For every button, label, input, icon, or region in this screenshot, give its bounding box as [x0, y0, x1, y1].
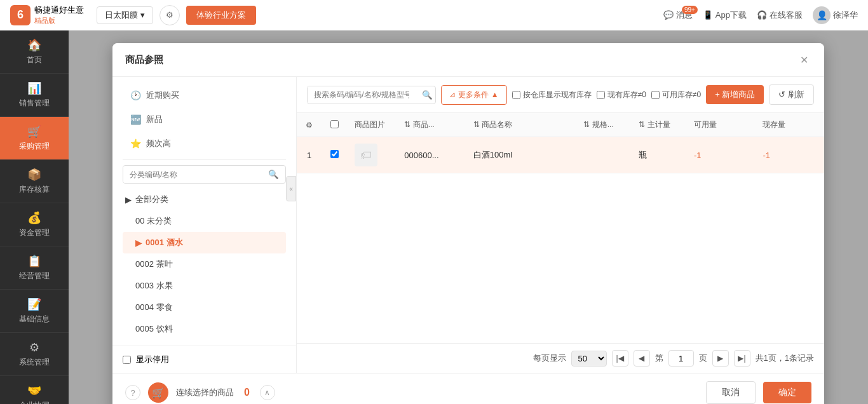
category-uncategorized[interactable]: 00 未分类: [123, 210, 286, 232]
show-disabled-checkbox[interactable]: [123, 356, 131, 364]
product-image: 🏷: [355, 144, 377, 166]
prev-page-button[interactable]: ◀: [634, 350, 650, 367]
warehouse-stock-checkbox[interactable]: [512, 91, 520, 99]
table-row[interactable]: 1 🏷 000600... 白酒100ml 瓶: [297, 137, 824, 173]
sidebar-item-basic-info[interactable]: 📝 基础信息: [0, 290, 69, 333]
new-product-tab[interactable]: 🆕 新品: [123, 109, 286, 130]
business-icon: 📋: [27, 254, 41, 268]
col-stock-header: 现存量: [755, 113, 824, 137]
toolbar: 🔍 ⊿ 更多条件 ▲ 按仓库显示现有库存: [297, 77, 824, 113]
col-checkbox[interactable]: [322, 113, 347, 137]
category-search-input[interactable]: [123, 166, 262, 183]
col-code-header[interactable]: ⇅ 商品...: [397, 113, 465, 137]
star-icon: ⭐: [130, 138, 141, 149]
warehouse-stock-filter[interactable]: 按仓库显示现有库存: [512, 90, 592, 100]
left-panel: 🕐 近期购买 🆕 新品 ⭐ 频次高: [112, 77, 297, 373]
frequent-tab[interactable]: ⭐ 频次高: [123, 133, 286, 154]
next-page-button[interactable]: ▶: [712, 350, 729, 367]
collapse-panel-button[interactable]: «: [286, 176, 296, 201]
col-avail-header: 可用量: [686, 113, 755, 137]
col-spec-header[interactable]: ⇅ 规格...: [576, 113, 631, 137]
category-liquor[interactable]: ▶ 0001 酒水: [123, 232, 286, 253]
existing-stock-filter[interactable]: 现有库存≠0: [597, 90, 646, 100]
dialog-header: 商品参照 ✕: [112, 43, 824, 77]
store-dropdown[interactable]: 日太阳膜 ▾: [97, 6, 153, 24]
sort-icon: ⇅: [404, 120, 410, 129]
message-badge: 99+: [682, 6, 698, 14]
category-water[interactable]: 0008 水: [123, 340, 286, 346]
divider: [123, 159, 286, 160]
last-page-button[interactable]: ▶|: [734, 350, 750, 367]
dialog-body: 🕐 近期购买 🆕 新品 ⭐ 频次高: [112, 77, 824, 373]
settings-icon[interactable]: ⚙: [159, 5, 180, 25]
available-stock-filter[interactable]: 可用库存≠0: [651, 90, 701, 100]
sidebar-item-system[interactable]: ⚙ 系统管理: [0, 333, 69, 376]
cart-button[interactable]: 🛒: [148, 382, 168, 403]
app-download-button[interactable]: 📱 App下载: [703, 10, 747, 21]
right-panel: 🔍 ⊿ 更多条件 ▲ 按仓库显示现有库存: [297, 77, 824, 373]
logo-icon: 6: [10, 5, 31, 25]
sidebar-item-sales[interactable]: 📊 销售管理: [0, 74, 69, 117]
category-list: ▶ 全部分类 00 未分类 ▶ 0001 酒水 0002 茶: [112, 189, 296, 346]
category-snack[interactable]: 0004 零食: [123, 297, 286, 318]
row-name-cell: 白酒100ml: [466, 137, 576, 173]
category-search-button[interactable]: 🔍: [262, 166, 285, 183]
sidebar-item-business[interactable]: 📋 经营管理: [0, 246, 69, 290]
sidebar-item-purchase[interactable]: 🛒 采购管理: [0, 117, 69, 160]
sidebar-item-home[interactable]: 🏠 首页: [0, 30, 69, 74]
more-filter-button[interactable]: ⊿ 更多条件 ▲: [441, 85, 507, 105]
category-search: 🔍: [123, 165, 286, 184]
confirm-button[interactable]: 确定: [763, 382, 811, 403]
inventory-icon: 📦: [27, 168, 41, 182]
row-code-cell: 000600...: [397, 137, 465, 173]
dialog-overlay: 商品参照 ✕ 🕐 近期购买 🆕: [69, 30, 868, 404]
online-service-button[interactable]: 🎧 在线客服: [757, 10, 803, 21]
quick-tabs: 🕐 近期购买 🆕 新品 ⭐ 频次高: [112, 77, 296, 154]
cancel-button[interactable]: 取消: [706, 381, 756, 404]
row-avail-cell: -1: [686, 137, 755, 173]
category-fruit[interactable]: 0003 水果: [123, 275, 286, 297]
select-all-checkbox[interactable]: [330, 120, 339, 128]
available-stock-checkbox[interactable]: [651, 91, 660, 99]
category-all[interactable]: ▶ 全部分类: [123, 189, 286, 210]
info-icon: 📝: [27, 297, 41, 311]
col-name-header[interactable]: ⇅ 商品名称: [466, 113, 576, 137]
col-unit-header[interactable]: ⇅ 主计量: [631, 113, 686, 137]
avatar: 👤: [813, 6, 831, 24]
first-page-button[interactable]: |◀: [612, 350, 628, 367]
left-footer: 显示停用: [112, 346, 296, 373]
sort-icon: ⇅: [639, 120, 645, 129]
product-search-input[interactable]: [308, 86, 416, 103]
sidebar-item-finance[interactable]: 💰 资金管理: [0, 203, 69, 246]
sidebar-item-inventory[interactable]: 📦 库存核算: [0, 160, 69, 203]
page-size-select[interactable]: 50 10 20 100: [571, 351, 607, 367]
user-menu[interactable]: 👤 徐泽华: [813, 6, 858, 24]
row-spec-cell: [576, 137, 631, 173]
message-icon: 💬: [663, 10, 674, 20]
expand-icon-liquor: ▶: [135, 238, 142, 248]
category-beverage[interactable]: 0005 饮料: [123, 318, 286, 340]
filter-icon: ⊿: [449, 90, 456, 99]
col-settings[interactable]: ⚙: [297, 113, 322, 137]
dialog-title: 商品参照: [125, 54, 163, 66]
page-number-input[interactable]: [668, 350, 694, 367]
system-icon: ⚙: [29, 340, 39, 354]
logo-text: 畅捷通好生意 精品版: [34, 4, 84, 25]
home-icon: 🏠: [27, 38, 41, 52]
row-index: 1: [297, 137, 322, 173]
help-button[interactable]: ?: [125, 385, 140, 400]
category-tea[interactable]: 0002 茶叶: [123, 253, 286, 275]
messages-button[interactable]: 💬 消息 99+: [663, 10, 693, 21]
recent-purchase-tab[interactable]: 🕐 近期购买: [123, 84, 286, 106]
existing-stock-checkbox[interactable]: [597, 91, 605, 99]
refresh-button[interactable]: ↺ 刷新: [769, 84, 814, 105]
purchase-icon: 🛒: [27, 125, 41, 138]
product-search-button[interactable]: 🔍: [416, 86, 436, 104]
add-product-button[interactable]: + 新增商品: [706, 85, 764, 104]
row-checkbox[interactable]: [330, 150, 339, 158]
row-checkbox-cell[interactable]: [322, 137, 347, 173]
dialog-close-button[interactable]: ✕: [796, 52, 811, 67]
collapse-footer-button[interactable]: ∧: [260, 385, 275, 400]
sidebar-item-enterprise[interactable]: 🤝 企业协同: [0, 376, 69, 404]
cta-button[interactable]: 体验行业方案: [186, 6, 256, 25]
